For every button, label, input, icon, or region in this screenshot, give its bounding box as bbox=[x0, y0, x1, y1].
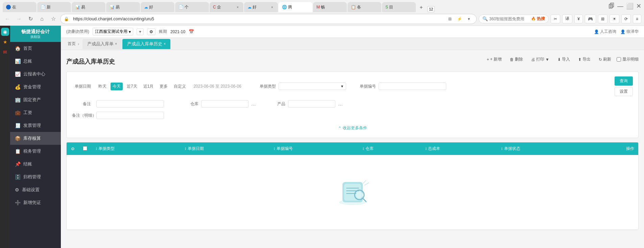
tab-count[interactable]: 12 bbox=[427, 6, 435, 12]
show-columns-input[interactable] bbox=[617, 57, 621, 62]
th-doc-date[interactable]: ↕ 单据日期 bbox=[180, 142, 269, 155]
type-filter-select[interactable]: ▾ bbox=[279, 83, 346, 90]
star-sidebar-icon[interactable]: ★ bbox=[1, 38, 9, 46]
address-dropdown[interactable]: ▾ bbox=[465, 15, 473, 23]
customer-service-button[interactable]: 👤 人工咨询 bbox=[594, 29, 616, 35]
delete-button[interactable]: 🗑 删除 bbox=[507, 55, 526, 63]
user-profile-button[interactable]: 👤 徐泽华 bbox=[620, 29, 639, 35]
tab-6[interactable]: 📄 个 bbox=[175, 2, 209, 12]
window-minimize-icon[interactable]: — bbox=[617, 3, 623, 10]
product-input[interactable] bbox=[288, 100, 335, 108]
window-maximize-icon[interactable]: ⬜ bbox=[626, 2, 634, 10]
sidebar-item-payroll[interactable]: 💼 工资 bbox=[10, 106, 61, 119]
account-settings-button[interactable]: ⚙ bbox=[147, 28, 156, 35]
tab-2[interactable]: 📄 新 bbox=[37, 2, 71, 12]
tab-10[interactable]: M 畅 bbox=[313, 2, 347, 12]
lightning-button[interactable]: ⚡ bbox=[455, 15, 463, 23]
sidebar-item-settings[interactable]: ⚙ 基础设置 bbox=[10, 183, 61, 196]
mail-sidebar-icon[interactable]: ✉ bbox=[1, 48, 9, 56]
th-doc-status[interactable]: ↕ 单据状态 bbox=[497, 142, 586, 155]
address-input[interactable] bbox=[73, 16, 444, 21]
warehouse-input[interactable] bbox=[201, 100, 248, 108]
th-warehouse[interactable]: ↕ 仓库 bbox=[358, 142, 421, 155]
sidebar-item-invoice[interactable]: 🧾 发票管理 bbox=[10, 119, 61, 132]
window-close-icon[interactable]: ✕ bbox=[636, 2, 641, 10]
th-settings[interactable]: ⚙ bbox=[67, 142, 79, 155]
bookmark-button[interactable]: ☆ bbox=[49, 14, 58, 24]
add-account-button[interactable]: + bbox=[137, 28, 144, 35]
sidebar-item-home[interactable]: 🏠 首页 bbox=[10, 42, 61, 55]
tab-close-8[interactable]: × bbox=[270, 5, 275, 9]
tab-current[interactable]: 产成品入库单历史 × bbox=[122, 39, 170, 49]
yuan-btn[interactable]: ¥ bbox=[574, 15, 583, 23]
grid-btn[interactable]: ⊞ bbox=[598, 15, 607, 23]
sidebar-item-cloud-report[interactable]: 📈 云报表中心 bbox=[10, 68, 61, 81]
tab-7[interactable]: C 企 × bbox=[210, 2, 243, 12]
tab-parent[interactable]: 产成品入库单 × bbox=[82, 39, 122, 49]
tab-11[interactable]: 📋 各 bbox=[348, 2, 381, 12]
tab-8[interactable]: ☁ 好 × bbox=[244, 2, 278, 12]
th-total-cost[interactable]: ↕ 总成本 bbox=[421, 142, 497, 155]
tab-9[interactable]: 🌐 腾 bbox=[279, 2, 312, 12]
extensions-button[interactable]: ⊞ bbox=[446, 15, 454, 23]
breadcrumb-home[interactable]: 首页 bbox=[66, 41, 77, 47]
sidebar-item-new-voucher[interactable]: ➕ 新增凭证 bbox=[10, 196, 61, 209]
date-btn-today[interactable]: 今天 bbox=[111, 83, 123, 90]
sidebar-item-archive[interactable]: 🗄️ 归档管理 bbox=[10, 171, 61, 183]
settings-query-button[interactable]: 设置 bbox=[615, 87, 633, 96]
date-btn-more[interactable]: 更多 bbox=[158, 83, 170, 90]
add-button[interactable]: + + 新增 bbox=[484, 55, 504, 63]
search-360-input[interactable] bbox=[489, 17, 530, 21]
date-btn-yesterday[interactable]: 昨天 bbox=[96, 83, 109, 90]
tab-close-7[interactable]: × bbox=[235, 5, 240, 9]
tab-4[interactable]: 📊 易 bbox=[106, 2, 140, 12]
select-all-checkbox[interactable] bbox=[83, 146, 87, 151]
scissors-btn[interactable]: ✂ bbox=[551, 15, 560, 23]
sidebar-item-tax[interactable]: 📋 税务管理 bbox=[10, 145, 61, 158]
weather-btn[interactable]: ☀ bbox=[610, 15, 619, 23]
collapse-bar[interactable]: ⌃ 收起更多条件 bbox=[72, 123, 633, 133]
import-button[interactable]: ⬇ 导入 bbox=[555, 55, 573, 63]
menu-btn[interactable]: ≡ bbox=[633, 15, 641, 23]
home-button[interactable]: ⌂ bbox=[37, 14, 47, 24]
nav-refresh-btn[interactable]: ⟳ bbox=[621, 15, 631, 23]
refresh-action-button[interactable]: ↻ 刷新 bbox=[596, 55, 614, 63]
sidebar-item-fund[interactable]: 💰 资金管理 bbox=[10, 81, 61, 93]
tab-5[interactable]: ☁ 好 bbox=[141, 2, 174, 12]
note-detail-input[interactable] bbox=[96, 112, 164, 119]
show-columns-checkbox[interactable]: 显示明细 bbox=[617, 57, 639, 62]
date-btn-custom[interactable]: 自定义 bbox=[172, 83, 188, 90]
note-input[interactable] bbox=[96, 100, 164, 108]
search-360-bar[interactable]: 🔍 🔥 热搜 bbox=[479, 15, 549, 23]
th-doc-type[interactable]: ↕ 单据类型 bbox=[91, 142, 180, 155]
tab-parent-close[interactable]: × bbox=[115, 42, 117, 46]
company-selector[interactable]: 江西服宝测试专用 ▾ bbox=[93, 28, 133, 36]
sidebar-item-ledger[interactable]: 📊 总账 bbox=[10, 55, 61, 68]
app-logo-icon[interactable]: ◉ bbox=[1, 28, 9, 36]
product-dots[interactable]: ... bbox=[338, 101, 342, 107]
new-tab-button[interactable]: + bbox=[416, 3, 426, 12]
forward-button[interactable]: → bbox=[14, 14, 24, 24]
export-button[interactable]: ⬆ 导出 bbox=[575, 55, 593, 63]
tab-current-close[interactable]: × bbox=[164, 42, 166, 46]
print-button[interactable]: 🖨 打印 ▼ bbox=[528, 55, 552, 63]
query-button[interactable]: 查询 bbox=[615, 76, 633, 86]
th-checkbox[interactable] bbox=[79, 142, 91, 155]
translate-btn[interactable]: 译 bbox=[562, 15, 572, 23]
th-doc-number[interactable]: ↕ 单据编号 bbox=[269, 142, 358, 155]
tab-12[interactable]: S 目 bbox=[382, 2, 416, 12]
period-calendar-icon[interactable]: 📅 bbox=[189, 29, 194, 34]
window-restore-icon[interactable]: 🗐 bbox=[609, 3, 615, 10]
back-button[interactable]: ← bbox=[3, 14, 12, 24]
tab-1[interactable]: 在 bbox=[3, 2, 37, 12]
date-btn-7days[interactable]: 近7天 bbox=[125, 83, 139, 90]
warehouse-dots[interactable]: ... bbox=[251, 101, 256, 107]
sidebar-item-checkout[interactable]: 📌 结账 bbox=[10, 158, 61, 171]
refresh-button[interactable]: ↻ bbox=[26, 14, 35, 24]
game-btn[interactable]: 🎮 bbox=[585, 15, 596, 23]
sidebar-item-fixed-asset[interactable]: 🏢 固定资产 bbox=[10, 93, 61, 106]
tab-3[interactable]: 📊 易 bbox=[72, 2, 105, 12]
doc-number-input[interactable] bbox=[379, 83, 446, 90]
date-btn-1month[interactable]: 近1月 bbox=[141, 83, 156, 90]
sidebar-item-inventory[interactable]: 📦 库存核算 bbox=[10, 132, 61, 145]
